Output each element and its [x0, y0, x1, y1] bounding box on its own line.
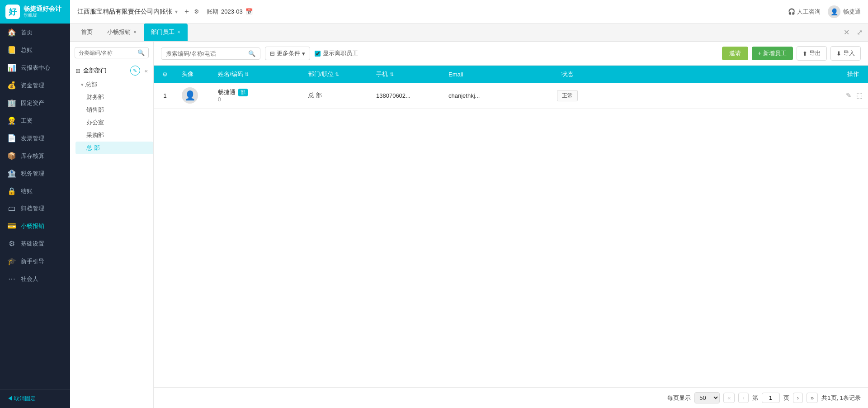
sidebar-item-archive[interactable]: 🗃 归档管理: [0, 200, 70, 217]
show-resigned-checkbox[interactable]: 显示离职员工: [315, 49, 358, 57]
col-dept[interactable]: 部门/职位 ⇅: [303, 66, 371, 83]
company-selector[interactable]: 江西服宝精品有限责任公司内账张 ▾: [77, 8, 178, 16]
more-filters-button[interactable]: ⊟ 更多条件 ▾: [265, 47, 310, 60]
phone-sort-icon: ⇅: [390, 71, 394, 77]
row-email-cell: chanjethkj...: [443, 83, 533, 109]
username-label: 畅捷通: [843, 8, 861, 16]
service-label: 人工咨询: [797, 8, 821, 16]
import-icon: ⬇: [836, 50, 841, 57]
invite-button[interactable]: 邀请: [722, 47, 748, 60]
dept-parent-general[interactable]: 总部: [75, 78, 153, 91]
calendar-icon[interactable]: 📅: [245, 8, 253, 15]
sidebar-item-tax[interactable]: 🏦 税务管理: [0, 165, 70, 182]
period-value: 2023-03: [221, 8, 243, 15]
first-page-button[interactable]: «: [723, 393, 735, 403]
dept-item-purchase[interactable]: 采购部: [75, 129, 153, 142]
dept-sort-icon: ⇅: [335, 71, 339, 77]
dept-item-finance[interactable]: 财务部: [75, 91, 153, 104]
sidebar-item-close-period[interactable]: 🔒 结账: [0, 182, 70, 200]
dept-item-office[interactable]: 办公室: [75, 116, 153, 129]
filter-arrow: ▾: [302, 50, 305, 57]
topbar-settings-icon[interactable]: ⚙: [194, 8, 199, 15]
reports-icon: 📊: [7, 63, 16, 72]
col-phone[interactable]: 手机 ⇅: [371, 66, 443, 83]
logout-employee-button[interactable]: ⬚: [856, 91, 863, 100]
sidebar-item-label: 固定资产: [21, 99, 44, 107]
sidebar-item-inventory[interactable]: 📦 库存核算: [0, 147, 70, 165]
export-label: 导出: [809, 49, 821, 57]
tab-employees-label: 部门员工: [151, 28, 175, 36]
dept-edit-button[interactable]: ✎: [130, 66, 140, 76]
add-company-button[interactable]: ＋: [183, 7, 190, 16]
dept-label-purchase: 采购部: [86, 132, 104, 138]
pagination: 每页显示 50 10 20 100 « ‹ 第 页 › » 共1页, 1条记录: [154, 387, 868, 408]
tab-expense[interactable]: 小畅报销 ×: [100, 24, 144, 41]
app-sub: 旗舰版: [24, 12, 61, 19]
sidebar-item-payroll[interactable]: 👷 工资: [0, 112, 70, 129]
topbar: 江西服宝精品有限责任公司内账张 ▾ ＋ ⚙ 账期 2023-03 📅 🎧 人工咨…: [70, 0, 868, 24]
dept-item-general[interactable]: 总 部: [75, 142, 153, 154]
invoice-icon: 📄: [7, 134, 16, 142]
add-employee-button[interactable]: + 新增员工: [752, 47, 793, 60]
page-size-select[interactable]: 50 10 20 100: [694, 392, 720, 403]
prev-page-button[interactable]: ‹: [738, 393, 748, 403]
export-button[interactable]: ⬆ 导出: [797, 46, 827, 61]
company-name: 江西服宝精品有限责任公司内账张: [77, 8, 172, 16]
sidebar-item-more[interactable]: ⋯ 社会人: [0, 270, 70, 288]
sidebar-item-fixed-assets[interactable]: 🏢 固定资产: [0, 94, 70, 112]
period-label: 账期: [207, 8, 218, 16]
show-resigned-input[interactable]: [315, 51, 321, 57]
name-sort-icon: ⇅: [245, 71, 249, 77]
payroll-icon: 👷: [7, 116, 16, 125]
more-icon: ⋯: [7, 275, 16, 283]
avatar: 👤: [182, 87, 198, 104]
tab-employees[interactable]: 部门员工 ×: [144, 24, 188, 41]
col-name-code[interactable]: 姓名/编码 ⇅: [212, 66, 303, 83]
headset-icon: 🎧: [788, 8, 795, 15]
dept-label-sales: 销售部: [86, 106, 104, 113]
service-button[interactable]: 🎧 人工咨询: [788, 8, 821, 16]
row-status-cell: 正常: [533, 83, 601, 109]
sidebar-item-onboarding[interactable]: 🎓 新手引导: [0, 252, 70, 270]
sidebar-item-label: 资金管理: [21, 81, 44, 90]
all-dept-label: 全部部门: [83, 66, 107, 75]
next-page-button[interactable]: ›: [793, 393, 803, 403]
emp-toolbar-right: 邀请 + 新增员工 ⬆ 导出 ⬇ 导入: [722, 46, 861, 61]
sidebar-item-label: 发票管理: [21, 134, 44, 142]
sidebar-item-assets-mgmt[interactable]: 💰 资金管理: [0, 76, 70, 94]
employee-search-input[interactable]: [166, 50, 245, 57]
tab-home[interactable]: 首页: [74, 24, 100, 41]
unpin-button[interactable]: ◀ 取消固定: [0, 389, 70, 408]
row-avatar-cell: 👤: [176, 83, 212, 109]
dept-item-sales[interactable]: 销售部: [75, 104, 153, 116]
sidebar-item-label: 结账: [21, 187, 33, 195]
sidebar-item-reports[interactable]: 📊 云报表中心: [0, 59, 70, 76]
tab-employees-close[interactable]: ×: [177, 29, 180, 35]
page-number-input[interactable]: [762, 393, 780, 403]
sidebar-item-label: 税务管理: [21, 170, 44, 178]
dept-tree: 总部 财务部 销售部 办公室 采购部 总 部: [70, 78, 153, 154]
dept-collapse-button[interactable]: «: [145, 67, 148, 74]
col-settings[interactable]: ⚙: [154, 66, 176, 83]
name-group: 畅捷通 部: [218, 88, 297, 96]
maximize-window-button[interactable]: ⤢: [855, 26, 864, 38]
import-button[interactable]: ⬇ 导入: [830, 46, 861, 61]
user-menu[interactable]: 👤 畅捷通: [828, 5, 861, 18]
sidebar-item-home[interactable]: 🏠 首页: [0, 24, 70, 41]
all-dept-icon: ⊞: [75, 67, 80, 74]
sidebar-item-basic-settings[interactable]: ⚙ 基础设置: [0, 235, 70, 252]
tab-expense-close[interactable]: ×: [133, 29, 137, 35]
col-phone-label: 手机: [376, 71, 388, 77]
dept-search-input[interactable]: [79, 50, 135, 56]
period-display: 账期 2023-03 📅: [207, 8, 253, 16]
last-page-button[interactable]: »: [807, 393, 818, 403]
all-departments-header[interactable]: ⊞ 全部部门 ✎ «: [70, 63, 153, 78]
edit-employee-button[interactable]: ✎: [846, 91, 852, 100]
avatar: 👤: [828, 5, 840, 18]
sidebar-logo: 好 畅捷通好会计 旗舰版: [0, 0, 70, 24]
sidebar-item-invoice[interactable]: 📄 发票管理: [0, 129, 70, 147]
close-window-button[interactable]: ✕: [842, 26, 851, 38]
sidebar-item-expense[interactable]: 💳 小畅报销: [0, 217, 70, 235]
sidebar-item-ledger[interactable]: 📒 总账: [0, 41, 70, 59]
sidebar-item-label: 工资: [21, 117, 33, 125]
